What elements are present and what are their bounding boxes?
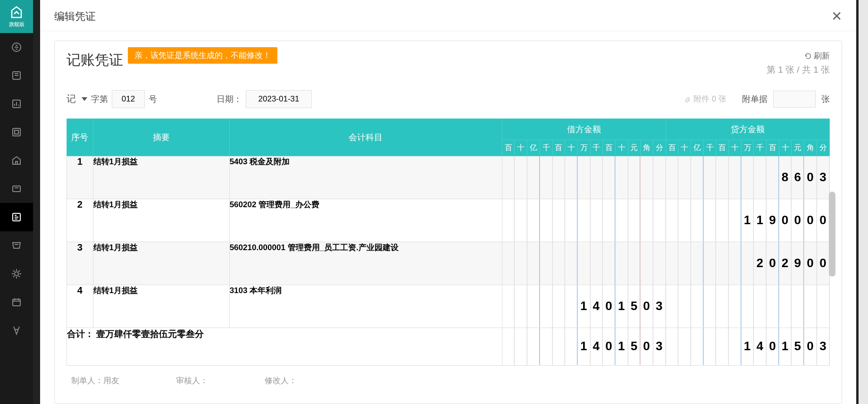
- nav-icon-10[interactable]: [0, 288, 33, 316]
- maker: 制单人：用友: [71, 375, 119, 386]
- svg-rect-4: [15, 130, 18, 134]
- table-row[interactable]: 3结转1月损益560210.000001 管理费用_员工工资.产业园建设2029…: [67, 242, 830, 285]
- th-digit: 十: [615, 140, 628, 156]
- zidi-label: 字第: [91, 93, 108, 105]
- svg-rect-8: [13, 299, 20, 306]
- subject-cell[interactable]: 3103 本年利润: [229, 285, 502, 328]
- th-digit: 十: [678, 140, 691, 156]
- voucher-heading: 记账凭证: [67, 50, 123, 70]
- footer-line: 制单人：用友 审核人： 修改人：: [67, 375, 830, 386]
- logo: 旗舰版: [0, 0, 33, 33]
- th-digit: 十: [779, 140, 792, 156]
- th-digit: 千: [540, 140, 552, 156]
- table-row[interactable]: 4结转1月损益3103 本年利润1401503: [67, 285, 830, 328]
- nav-icon-6[interactable]: [0, 175, 33, 203]
- th-digit: 万: [577, 140, 590, 156]
- th-digit: 角: [641, 140, 653, 156]
- th-credit: 贷方金额: [666, 118, 829, 140]
- warning-tag: 亲，该凭证是系统生成的，不能修改！: [128, 47, 277, 64]
- th-digit: 元: [628, 140, 641, 156]
- table-row[interactable]: 1结转1月损益5403 税金及附加8603: [67, 156, 830, 199]
- th-digit: 百: [552, 140, 565, 156]
- svg-rect-3: [13, 128, 20, 136]
- auditor: 审核人：: [176, 375, 208, 386]
- date-label: 日期：: [217, 93, 242, 105]
- right-strip: [859, 0, 868, 404]
- nav-icon-7[interactable]: [0, 203, 33, 231]
- date-input[interactable]: [246, 90, 312, 108]
- th-digit: 千: [703, 140, 716, 156]
- th-digit: 百: [603, 140, 616, 156]
- refresh-label: 刷新: [814, 50, 830, 61]
- nav-icon-2[interactable]: [0, 61, 33, 90]
- attachment-link[interactable]: 附件 0 张: [684, 93, 726, 104]
- subject-cell[interactable]: 560202 管理费用_办公费: [229, 199, 502, 242]
- th-digit: 千: [590, 140, 603, 156]
- table-head: 序号 摘要 会计科目 借方金额 贷方金额 百十亿千百十万千百十元角分百十亿千百十…: [67, 118, 830, 156]
- bill-label: 附单据: [742, 93, 768, 105]
- table-row[interactable]: 2结转1月损益560202 管理费用_办公费1190000: [67, 199, 830, 242]
- total-label: 合计： 壹万肆仟零壹拾伍元零叁分: [67, 328, 502, 365]
- modal-body: 记账凭证 亲，该凭证是系统生成的，不能修改！ 刷新 第 1 张 / 共 1 张 …: [40, 31, 856, 404]
- th-digit: 亿: [691, 140, 704, 156]
- th-debit: 借方金额: [502, 118, 666, 140]
- subject-cell[interactable]: 560210.000001 管理费用_员工工资.产业园建设: [229, 242, 502, 285]
- modal-title: 编辑凭证: [54, 9, 96, 24]
- nav-icon-11[interactable]: [0, 316, 33, 345]
- th-digit: 十: [729, 140, 742, 156]
- nav-icon-5[interactable]: [0, 146, 33, 175]
- close-button[interactable]: ✕: [831, 8, 842, 24]
- th-digit: 分: [653, 140, 666, 156]
- page-info: 第 1 张 / 共 1 张: [767, 64, 830, 76]
- th-digit: 分: [817, 140, 829, 156]
- seq-cell: 1: [67, 156, 93, 199]
- modal: 编辑凭证 ✕ 记账凭证 亲，该凭证是系统生成的，不能修改！ 刷新 第 1 张 /…: [40, 0, 856, 404]
- th-digit: 百: [767, 140, 779, 156]
- nav-icon-1[interactable]: [0, 33, 33, 61]
- scrollbar-thumb[interactable]: [829, 192, 835, 277]
- svg-point-7: [15, 272, 18, 276]
- summary-cell[interactable]: 结转1月损益: [93, 285, 229, 328]
- th-digit: 百: [502, 140, 515, 156]
- th-digit: 十: [565, 140, 578, 156]
- voucher-meta: 记 字第 号 日期： 附件 0 张 附单据 张: [67, 90, 830, 108]
- nav-icon-9[interactable]: [0, 260, 33, 288]
- nav-icon-8[interactable]: [0, 231, 33, 260]
- total-row: 合计： 壹万肆仟零壹拾伍元零叁分14015031401503: [67, 328, 830, 365]
- th-digit: 角: [804, 140, 817, 156]
- zhang-label: 张: [821, 93, 830, 105]
- refresh-button[interactable]: 刷新: [804, 50, 830, 61]
- modal-header: 编辑凭证 ✕: [40, 0, 856, 31]
- voucher-number-input[interactable]: [112, 90, 145, 108]
- th-digit: 万: [741, 140, 754, 156]
- th-seq: 序号: [67, 118, 93, 156]
- seq-cell: 3: [67, 242, 93, 285]
- nav-icon-3[interactable]: [0, 90, 33, 118]
- chevron-down-icon[interactable]: [82, 97, 87, 101]
- hao-label: 号: [149, 93, 157, 105]
- type-char[interactable]: 记: [67, 93, 76, 105]
- modifier: 修改人：: [265, 375, 297, 386]
- th-digit: 千: [754, 140, 767, 156]
- paperclip-icon: [684, 96, 691, 103]
- voucher-table: 序号 摘要 会计科目 借方金额 贷方金额 百十亿千百十万千百十元角分百十亿千百十…: [67, 118, 830, 366]
- seq-cell: 4: [67, 285, 93, 328]
- th-summary: 摘要: [93, 118, 229, 156]
- seq-cell: 2: [67, 199, 93, 242]
- summary-cell[interactable]: 结转1月损益: [93, 199, 229, 242]
- th-digit: 百: [716, 140, 729, 156]
- summary-cell[interactable]: 结转1月损益: [93, 156, 229, 199]
- th-digit: 十: [515, 140, 527, 156]
- voucher-card: 记账凭证 亲，该凭证是系统生成的，不能修改！ 刷新 第 1 张 / 共 1 张 …: [54, 41, 842, 404]
- th-digit: 元: [792, 140, 804, 156]
- nav-icon-4[interactable]: [0, 118, 33, 146]
- th-digit: 亿: [527, 140, 540, 156]
- sidebar: 旗舰版: [0, 0, 33, 404]
- subject-cell[interactable]: 5403 税金及附加: [229, 156, 502, 199]
- refresh-icon: [804, 52, 812, 60]
- bill-count-input[interactable]: [773, 91, 816, 108]
- summary-cell[interactable]: 结转1月损益: [93, 242, 229, 285]
- svg-rect-5: [13, 186, 20, 192]
- th-subject: 会计科目: [229, 118, 502, 156]
- logo-text: 旗舰版: [9, 21, 25, 28]
